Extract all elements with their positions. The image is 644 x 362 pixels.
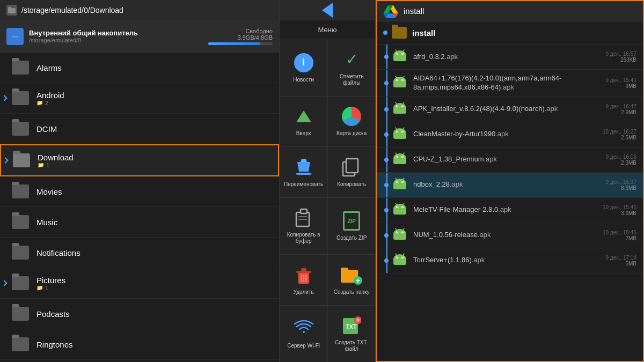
menu-grid: i Новости ✓ Отметить файлы Вверх Карта д… (280, 39, 375, 362)
folder-icon-8 (11, 304, 30, 323)
menu-item-new-folder[interactable]: + Создать папку (328, 255, 375, 305)
back-arrow-icon[interactable] (322, 3, 333, 18)
apk-date-1: 9 дек., 15:41 (599, 77, 636, 83)
menu-item-zip[interactable]: ZIP Создать ZIP (328, 198, 375, 255)
apk-name-1: AIDA64+1.76(176)(4.2-10.0)(arm,arm7a,arm… (413, 74, 595, 92)
apk-name-3: CleanMaster-by-Artur1990.apk (413, 130, 595, 139)
apk-date-4: 9 дек., 16:06 (599, 154, 636, 160)
menu-item-copy[interactable]: Копировать (328, 147, 375, 197)
apk-item[interactable]: AIDA64+1.76(176)(4.2-10.0)(arm,arm7a,arm… (377, 70, 643, 97)
menu-item-pencil[interactable]: Переименовать (280, 147, 327, 197)
apk-item[interactable]: MeleTV-File-Manager-2.8.0.apk 10 дек., 1… (377, 198, 643, 223)
menu-item-icon-txt: TXT+ (341, 315, 362, 336)
folder-name-0: Alarms (36, 63, 273, 72)
menu-item-trash[interactable]: Удалить (280, 255, 327, 305)
folder-sub-7: 📁1 (36, 285, 273, 291)
menu-item-disk[interactable]: Карта диска (328, 97, 375, 147)
folder-item[interactable]: Movies (0, 176, 279, 207)
menu-item-txt[interactable]: TXT+ Создать TXT-файл (328, 306, 375, 363)
apk-date-8: 9 дек., 17:14 (599, 255, 636, 261)
apk-size-6: 3.6MB (599, 210, 636, 216)
apk-dot-7 (384, 233, 389, 238)
apk-text-3: CleanMaster-by-Artur1990.apk (413, 130, 595, 139)
left-panel: /storage/emulated/0/Download Внутренний … (0, 0, 279, 362)
folder-item[interactable]: Podcasts (0, 299, 279, 329)
folder-item[interactable]: Ringtones (0, 329, 279, 360)
apk-date-7: 10 дек., 15:45 (599, 230, 636, 235)
middle-panel: Меню i Новости ✓ Отметить файлы Вверх Ка… (279, 0, 376, 362)
folder-item[interactable]: Alarms (0, 53, 279, 83)
folder-item[interactable]: Pictures 📁1 (0, 268, 279, 299)
menu-item-wifi[interactable]: Сервер Wi-Fi (280, 306, 327, 363)
folder-arrow (1, 280, 7, 286)
menu-item-icon-zip: ZIP (341, 210, 362, 232)
back-dot (383, 31, 387, 35)
folder-icon-6 (11, 243, 30, 262)
middle-header[interactable] (280, 0, 375, 20)
svg-rect-1 (8, 7, 11, 9)
folder-icon-9 (11, 335, 30, 354)
svg-marker-6 (297, 162, 310, 172)
apk-meta-1: 9 дек., 15:41 9MB (599, 77, 636, 89)
txt-icon: TXT+ (342, 316, 361, 335)
menu-item-icon-pencil (293, 157, 314, 178)
right-content: install afrd_0.3.2.apk 9 дек., 16:57 263… (377, 21, 643, 361)
apk-dot-3 (384, 132, 389, 137)
folder-name-8: Podcasts (36, 309, 273, 319)
pencil-icon (294, 158, 313, 177)
menu-item-label-4: Переименовать (284, 181, 323, 188)
menu-item-icon-clipboard (293, 207, 314, 228)
android-icon-6 (392, 202, 408, 218)
menu-item-icon-trash (293, 264, 314, 286)
android-icon-2 (392, 101, 408, 117)
menu-item-up-arrow[interactable]: Вверх (280, 97, 327, 147)
menu-item-check[interactable]: ✓ Отметить файлы (328, 39, 375, 96)
menu-item-clipboard[interactable]: Копировать в буфер (280, 198, 327, 255)
apk-meta-5: 9 дек., 15:37 8.6MB (599, 179, 636, 191)
apk-item[interactable]: hdbox_2.28.apk 9 дек., 15:37 8.6MB (377, 173, 643, 198)
svg-rect-35 (393, 81, 406, 87)
folder-text-7: Pictures 📁1 (36, 276, 273, 291)
folder-arrow (2, 157, 8, 163)
folder-item[interactable]: Download 📁1 (0, 144, 279, 176)
apk-item[interactable]: CPU-Z_1.38_Premium.apk 9 дек., 16:06 2.3… (377, 147, 643, 173)
svg-rect-4 (12, 36, 18, 38)
apk-size-8: 5MB (599, 261, 636, 267)
folder-item[interactable]: Android 📁2 (0, 83, 279, 114)
apk-name-6: MeleTV-File-Manager-2.8.0.apk (413, 205, 595, 215)
folder-text-6: Notifications (36, 248, 273, 257)
apk-name-8: TorrServe+(1.1.86).apk (413, 256, 595, 265)
folder-icon-header (6, 5, 17, 16)
menu-item-info[interactable]: i Новости (280, 39, 327, 96)
apk-size-5: 8.6MB (599, 185, 636, 191)
menu-title-bar: Меню (280, 20, 375, 39)
storage-progress-fill (208, 42, 260, 45)
apk-meta-3: 10 дек., 16:27 2.5MB (599, 129, 636, 141)
install-folder-row[interactable]: install (377, 21, 643, 45)
apk-meta-6: 10 дек., 15:46 3.6MB (599, 204, 636, 216)
header-path: /storage/emulated/0/Download (21, 6, 123, 14)
apk-size-0: 263KB (599, 57, 636, 63)
apk-dot-2 (384, 107, 389, 112)
folder-text-5: Music (36, 218, 273, 227)
apk-item[interactable]: APK_Installer_v.8.6.2(48)(4.4-9.0)(noarc… (377, 97, 643, 122)
storage-bar[interactable]: Внутренний общий накопитель /storage/emu… (0, 20, 279, 53)
svg-rect-71 (393, 233, 406, 240)
new-folder-icon: + (341, 265, 362, 285)
folder-icon-4 (11, 182, 30, 201)
menu-item-label-10: Сервер Wi-Fi (287, 343, 320, 349)
folder-sub-3: 📁1 (38, 162, 272, 168)
folder-item[interactable]: DCIM (0, 114, 279, 144)
svg-rect-53 (393, 158, 406, 164)
apk-item[interactable]: TorrServe+(1.1.86).apk 9 дек., 17:14 5MB (377, 248, 643, 274)
folder-item[interactable]: Music (0, 207, 279, 238)
svg-rect-21 (341, 268, 348, 272)
apk-dot-5 (384, 183, 389, 187)
apk-item[interactable]: NUM_1.0.56-release.apk 10 дек., 15:45 7M… (377, 223, 643, 248)
apk-item[interactable]: CleanMaster-by-Artur1990.apk 10 дек., 16… (377, 122, 643, 147)
apk-item[interactable]: afrd_0.3.2.apk 9 дек., 16:57 263KB (377, 45, 643, 70)
folder-text-2: DCIM (36, 124, 273, 134)
folder-name-7: Pictures (36, 276, 273, 285)
folder-item[interactable]: Notifications (0, 238, 279, 268)
storage-free-label: Свободно (208, 28, 273, 34)
